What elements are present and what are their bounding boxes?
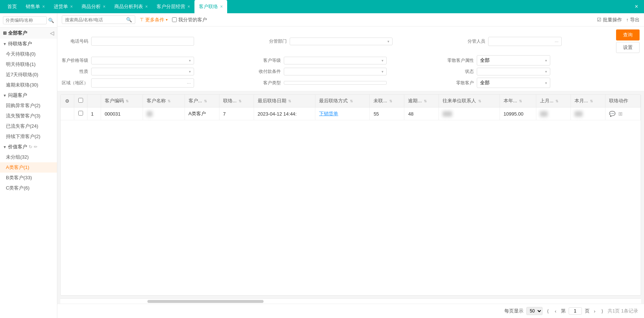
- nav-close-all[interactable]: ×: [632, 3, 641, 10]
- settings-col: ⚙: [61, 95, 74, 107]
- nav-customer-contact[interactable]: 客户联络 ×: [194, 0, 227, 13]
- more-filters-btn[interactable]: ⊤ 更多条件 ▾: [140, 17, 168, 23]
- filter-cell-dept: 分管部门 ▾: [260, 38, 413, 45]
- retail-customer-select[interactable]: 全部 ▾: [477, 78, 550, 88]
- nav-sales-close[interactable]: ×: [42, 4, 45, 9]
- grid-icon-action[interactable]: ⊞: [618, 111, 623, 117]
- page-input[interactable]: [569, 307, 582, 315]
- sidebar-item-7days[interactable]: 近7天待联络(0): [0, 70, 57, 80]
- sidebar-item-churn-warning[interactable]: 流失预警客户(3): [0, 111, 57, 121]
- sidebar-item-repurchase[interactable]: 回购异常客户(2): [0, 100, 57, 111]
- sidebar-collapse-btn[interactable]: ◁: [50, 30, 54, 36]
- edit-icon[interactable]: ✏: [34, 144, 37, 149]
- sidebar-item-overdue[interactable]: 逾期未联络(30): [0, 80, 57, 90]
- filter-search-input[interactable]: [65, 17, 126, 22]
- last-method-link[interactable]: 下销货单: [319, 111, 338, 116]
- sort-overdue-icon[interactable]: ⇅: [424, 99, 427, 103]
- sidebar-group-pending[interactable]: ▼ 待联络客户: [0, 39, 57, 49]
- select-all-checkbox[interactable]: [78, 98, 83, 103]
- row-checkbox[interactable]: [78, 111, 83, 116]
- customer-level-arrow: ▾: [382, 59, 383, 63]
- sort-lmonth-icon[interactable]: ⇅: [555, 99, 558, 103]
- dept-arrow-icon: ▾: [387, 39, 389, 43]
- sidebar-search-input[interactable]: [3, 16, 47, 24]
- payment-select[interactable]: ▾: [284, 68, 387, 75]
- row-actions: 💬 ⊞: [605, 107, 640, 120]
- customer-level-select[interactable]: ▾: [284, 57, 387, 64]
- nav-analysis[interactable]: 商品分析 ×: [77, 0, 110, 13]
- phone-input[interactable]: [91, 37, 194, 46]
- sort-level-icon[interactable]: ⇅: [204, 99, 207, 103]
- status-label: 状态: [447, 68, 477, 75]
- sort-name-icon[interactable]: ⇅: [168, 99, 171, 103]
- col-last-month: 上月... ⇅: [536, 95, 570, 107]
- sidebar-item-a-class[interactable]: A类客户(1): [0, 162, 57, 173]
- sort-tmonth-icon[interactable]: ⇅: [590, 99, 593, 103]
- batch-operation-btn[interactable]: ☑ 批量操作: [597, 17, 622, 23]
- export-btn[interactable]: ↑ 导出: [626, 17, 640, 23]
- page-next-last[interactable]: ⟩: [600, 308, 605, 315]
- nav-customer-segment-close[interactable]: ×: [187, 4, 190, 9]
- filter-cell-phone: 电话号码: [62, 37, 215, 46]
- sort-contact-icon[interactable]: ⇅: [239, 99, 242, 103]
- retail-attr-select[interactable]: 全部 ▾: [477, 55, 550, 66]
- sidebar-all-customers[interactable]: ⊞ 全部客户 ◁: [0, 28, 57, 39]
- sort-person-icon[interactable]: ⇅: [478, 99, 481, 103]
- customer-type-select[interactable]: [284, 81, 387, 85]
- sidebar-item-churned[interactable]: 已流失客户(24): [0, 121, 57, 131]
- nav-sales[interactable]: 销售单 ×: [21, 0, 49, 13]
- sort-code-icon[interactable]: ⇅: [126, 99, 129, 103]
- filter-search-box[interactable]: 🔍: [62, 15, 135, 24]
- area-select[interactable]: ···: [91, 78, 194, 88]
- assignee-select[interactable]: ···: [488, 37, 562, 46]
- nav-customer-contact-close[interactable]: ×: [220, 4, 223, 9]
- page-label: 第: [561, 308, 566, 314]
- retail-customer-arrow: ▾: [545, 81, 547, 85]
- chat-icon[interactable]: 💬: [609, 111, 615, 117]
- area-dots[interactable]: ···: [187, 80, 191, 86]
- nav-analysis-list[interactable]: 商品分析列表 ×: [110, 0, 152, 13]
- horizontal-scrollbar[interactable]: [147, 300, 264, 303]
- my-customers-check[interactable]: [172, 17, 177, 22]
- sidebar-search-icon[interactable]: 🔍: [48, 18, 54, 23]
- nav-analysis-list-close[interactable]: ×: [145, 4, 148, 9]
- page-size-label: 每页显示: [504, 308, 523, 314]
- setting-button[interactable]: 设置: [616, 42, 640, 53]
- page-prev-first[interactable]: ⟨: [545, 308, 550, 315]
- refresh-icon[interactable]: ↻: [29, 144, 32, 149]
- sidebar-item-declining[interactable]: 持续下滑客户(2): [0, 131, 57, 142]
- sidebar-item-today[interactable]: 今天待联络(0): [0, 49, 57, 59]
- customer-level-label: 客户等级: [254, 57, 284, 64]
- nav-purchase[interactable]: 进货单 ×: [49, 0, 77, 13]
- price-level-arrow: ▾: [189, 59, 191, 63]
- sidebar-item-ungraded[interactable]: 未分组(32): [0, 152, 57, 162]
- row-contact-person: RE .: [439, 107, 500, 120]
- sidebar-item-tomorrow[interactable]: 明天待联络(1): [0, 59, 57, 70]
- sidebar-group-problem[interactable]: ▼ 问题客户: [0, 90, 57, 100]
- sort-date-icon[interactable]: ⇅: [288, 99, 291, 103]
- sort-uncontacted-icon[interactable]: ⇅: [389, 99, 392, 103]
- nav-home[interactable]: 首页: [3, 0, 21, 13]
- sidebar-group-value[interactable]: ▼ 价值客户 ↻ ✏: [0, 142, 57, 152]
- content-area: 🔍 ⊤ 更多条件 ▾ 我分管的客户 ☑ 批量操作 ↑ 导出: [57, 13, 644, 318]
- gear-icon[interactable]: ⚙: [65, 98, 69, 104]
- assignee-dots[interactable]: ···: [555, 39, 559, 44]
- nav-purchase-close[interactable]: ×: [70, 4, 73, 9]
- my-customers-checkbox[interactable]: 我分管的客户: [172, 17, 207, 23]
- page-prev[interactable]: ‹: [553, 308, 558, 315]
- page-next[interactable]: ›: [593, 308, 597, 315]
- sidebar-item-b-class[interactable]: B类客户(33): [0, 173, 57, 183]
- sort-year-icon[interactable]: ⇅: [519, 99, 522, 103]
- data-table: ⚙ 客户编码 ⇅ 客户名称 ⇅: [60, 94, 641, 296]
- query-button[interactable]: 查询: [616, 29, 640, 40]
- dept-select[interactable]: ▾: [290, 38, 393, 45]
- price-level-select[interactable]: ▾: [91, 57, 194, 64]
- nature-select[interactable]: ▾: [91, 68, 194, 75]
- nav-analysis-close[interactable]: ×: [103, 4, 105, 9]
- nav-customer-segment[interactable]: 客户分层经营 ×: [152, 0, 194, 13]
- col-this-year: 本年... ⇅: [500, 95, 536, 107]
- page-size-select[interactable]: 50: [526, 307, 543, 315]
- sort-method-icon[interactable]: ⇅: [350, 99, 353, 103]
- status-select[interactable]: ▾: [477, 68, 550, 75]
- sidebar-item-c-class[interactable]: C类客户(6): [0, 183, 57, 193]
